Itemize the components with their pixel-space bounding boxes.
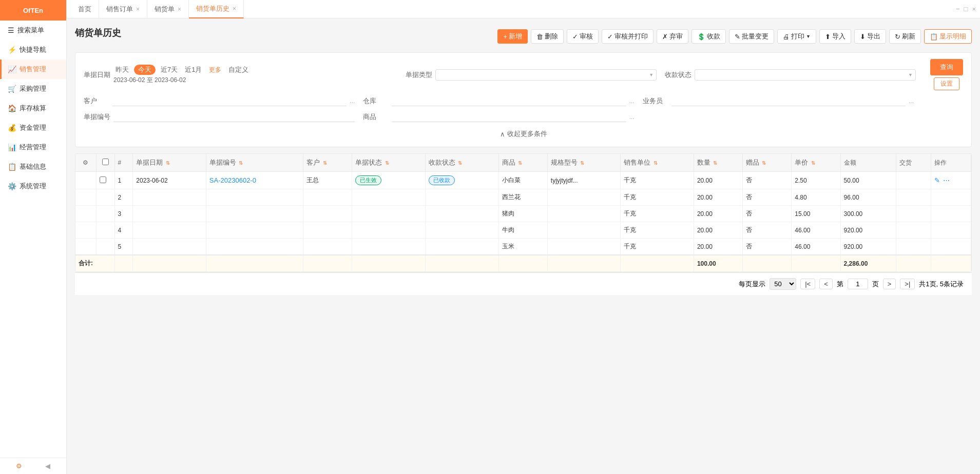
abandon-button[interactable]: ✗ 弃审 [657, 29, 688, 44]
sidebar-item-finance[interactable]: 💰 资金管理 [0, 118, 66, 137]
th-payment-status[interactable]: 收款状态 ⇅ [426, 154, 499, 172]
select-all-checkbox[interactable] [102, 159, 109, 165]
th-quantity[interactable]: 数量 ⇅ [694, 154, 742, 172]
cell-unit-price: 15.00 [792, 206, 840, 222]
tab-maximize-icon[interactable]: □ [964, 5, 968, 13]
purchase-mgmt-icon: 🛒 [8, 85, 16, 93]
sort-doc-date-icon[interactable]: ⇅ [166, 160, 170, 166]
sort-goods-icon[interactable]: ⇅ [518, 160, 522, 166]
batch-change-button[interactable]: ✎ 批量变更 [729, 29, 774, 44]
customer-input[interactable] [112, 95, 347, 106]
sidebar-item-inventory[interactable]: 🏠 库存核算 [0, 98, 66, 118]
doc-no-link[interactable]: SA-20230602-0 [209, 176, 256, 184]
audit-print-button[interactable]: ✓ 审核并打印 [602, 29, 654, 44]
sort-customer-icon[interactable]: ⇅ [323, 160, 327, 166]
th-doc-date[interactable]: 单据日期 ⇅ [133, 154, 206, 172]
doc-type-select[interactable] [435, 69, 657, 81]
th-customer[interactable]: 客户 ⇅ [303, 154, 352, 172]
tab-close-sales-order[interactable]: × [136, 6, 140, 13]
th-spec[interactable]: 规格型号 ⇅ [547, 154, 621, 172]
sidebar-collapse-icon[interactable]: ◀ [45, 462, 50, 470]
refresh-button[interactable]: ↻ 刷新 [889, 29, 921, 44]
print-button[interactable]: 🖨 打印 ▼ [777, 29, 816, 44]
audit-button[interactable]: ✓ 审核 [567, 29, 599, 44]
sort-sales-unit-icon[interactable]: ⇅ [654, 160, 658, 166]
sort-payment-status-icon[interactable]: ⇅ [458, 160, 462, 166]
tab-home[interactable]: 首页 [71, 0, 99, 18]
show-detail-icon: 📋 [930, 33, 938, 41]
warehouse-input[interactable] [392, 95, 626, 106]
prev-page-button[interactable]: < [819, 279, 833, 289]
th-doc-status[interactable]: 单据状态 ⇅ [352, 154, 426, 172]
tab-sales-goods[interactable]: 销货单 × [147, 0, 189, 18]
tab-close-all-icon[interactable]: × [972, 5, 976, 13]
date-btn-7days[interactable]: 近7天 [159, 65, 180, 75]
sidebar-item-quick-nav[interactable]: ⚡ 快捷导航 [0, 40, 66, 60]
sort-quantity-icon[interactable]: ⇅ [713, 160, 717, 166]
doc-no-input[interactable] [113, 111, 355, 122]
first-page-button[interactable]: |< [800, 279, 815, 289]
goods-dots-button[interactable]: ... [629, 113, 635, 121]
tab-minimize-icon[interactable]: − [956, 5, 960, 13]
date-btn-1month[interactable]: 近1月 [183, 65, 204, 75]
cell-action [931, 189, 971, 206]
search-menu-icon: ☰ [8, 26, 14, 34]
delete-button[interactable]: 🗑 删除 [531, 29, 564, 44]
date-btn-custom[interactable]: 自定义 [226, 65, 251, 75]
doc-type-filter-item: 单据类型 [406, 69, 657, 81]
th-gear[interactable]: ⚙ [75, 154, 96, 172]
add-button[interactable]: + 新增 [497, 29, 528, 44]
row-checkbox-input[interactable] [100, 176, 106, 183]
sidebar-item-basic-info[interactable]: 📋 基础信息 [0, 157, 66, 176]
per-page-select[interactable]: 50 100 [770, 278, 796, 290]
sidebar-item-purchase-mgmt[interactable]: 🛒 采购管理 [0, 79, 66, 98]
warehouse-dots-button[interactable]: ... [629, 97, 635, 105]
th-doc-no[interactable]: 单据编号 ⇅ [206, 154, 303, 172]
goods-input[interactable] [392, 111, 626, 122]
show-detail-button[interactable]: 📋 显示明细 [924, 29, 972, 44]
table-footer: 合计: 100.00 2,286.00 [75, 255, 971, 272]
collapse-button[interactable]: ∧ 收起更多条件 [84, 127, 963, 141]
sidebar-item-sys-admin[interactable]: ⚙️ 系统管理 [0, 176, 66, 196]
date-btn-today[interactable]: 今天 [134, 65, 156, 75]
date-btn-more[interactable]: 更多 [207, 65, 223, 75]
setting-button[interactable]: 设置 [934, 77, 959, 90]
cell-doc-no [206, 189, 303, 206]
tab-sales-history[interactable]: 销货单历史 × [189, 0, 244, 18]
sort-unit-price-icon[interactable]: ⇅ [811, 160, 815, 166]
customer-dots-button[interactable]: ... [350, 97, 355, 105]
sort-doc-status-icon[interactable]: ⇅ [385, 160, 389, 166]
tab-sales-order[interactable]: 销售订单 × [99, 0, 147, 18]
sales-person-dots-button[interactable]: ... [909, 97, 914, 105]
date-btn-yesterday[interactable]: 昨天 [113, 65, 131, 75]
sort-gift-icon[interactable]: ⇅ [762, 160, 766, 166]
sales-person-input[interactable] [671, 95, 906, 106]
last-page-button[interactable]: >| [900, 279, 915, 289]
cell-goods: 牛肉 [498, 222, 547, 239]
payment-status-select[interactable] [695, 69, 916, 81]
export-button[interactable]: ⬇ 导出 [854, 29, 886, 44]
collect-button[interactable]: 💲 收款 [691, 29, 726, 44]
sort-spec-icon[interactable]: ⇅ [580, 160, 584, 166]
total-info: 共1页, 5条记录 [919, 280, 964, 289]
row-edit-button[interactable]: ✎ [934, 176, 940, 184]
th-goods[interactable]: 商品 ⇅ [498, 154, 547, 172]
payment-status-label: 收款状态 [665, 70, 691, 80]
tab-close-sales-history[interactable]: × [233, 5, 236, 12]
th-gift[interactable]: 赠品 ⇅ [743, 154, 792, 172]
th-sales-unit[interactable]: 销售单位 ⇅ [621, 154, 694, 172]
import-button[interactable]: ⬆ 导入 [819, 29, 851, 44]
cell-gift: 否 [743, 172, 792, 189]
sort-doc-no-icon[interactable]: ⇅ [239, 160, 243, 166]
sidebar-item-sales-mgmt[interactable]: 📈 销售管理 [0, 60, 66, 79]
sidebar-settings-icon[interactable]: ⚙ [16, 462, 22, 470]
sidebar-item-search-menu[interactable]: ☰ 搜索菜单 [0, 21, 66, 40]
th-unit-price[interactable]: 单价 ⇅ [792, 154, 840, 172]
row-more-button[interactable]: ⋯ [943, 176, 950, 184]
sidebar-item-operations[interactable]: 📊 经营管理 [0, 137, 66, 157]
next-page-button[interactable]: > [883, 279, 896, 289]
page-number-input[interactable] [848, 279, 868, 289]
cell-payment-status [426, 239, 499, 255]
query-button[interactable]: 查询 [930, 59, 963, 75]
tab-close-sales-goods[interactable]: × [178, 6, 181, 13]
